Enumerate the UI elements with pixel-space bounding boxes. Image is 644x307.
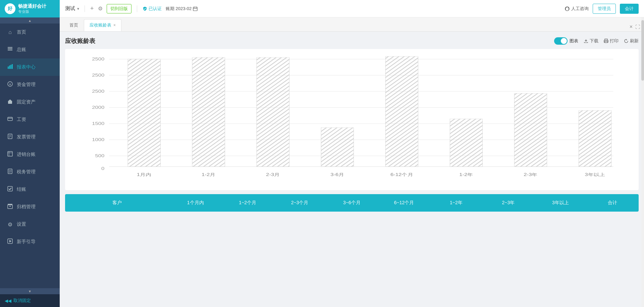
scroll-thumb[interactable] xyxy=(641,20,644,81)
chart-toggle-group: 图表 xyxy=(554,37,578,45)
sidebar-item-settings-label: 设置 xyxy=(17,221,26,227)
window-expand-btn[interactable]: ⛶ xyxy=(635,24,640,30)
sidebar-item-closing-label: 结账 xyxy=(17,186,26,192)
sidebar-item-tax[interactable]: 税务管理 xyxy=(0,163,60,181)
sidebar-item-invoices[interactable]: 发票管理 xyxy=(0,128,60,146)
fixed-assets-icon xyxy=(7,99,13,105)
calendar-icon[interactable] xyxy=(193,6,198,11)
chart-container: 2500 2500 2500 2000 1500 1000 500 0 xyxy=(65,49,639,190)
bar-1 xyxy=(128,59,160,167)
sidebar-item-ledger[interactable]: 总账 xyxy=(0,41,60,58)
sidebar-item-closing[interactable]: 结账 xyxy=(0,181,60,198)
table-container: 客户 1个月内 1~2个月 2~3个月 3~6个月 6~12个月 1~2年 2~… xyxy=(65,194,639,212)
svg-text:2000: 2000 xyxy=(92,105,104,109)
settings-icon: ⚙ xyxy=(7,221,13,228)
service-btn[interactable]: 人工咨询 xyxy=(565,6,589,12)
sidebar-item-invoices-label: 发票管理 xyxy=(17,134,36,140)
window-close-btn[interactable]: × xyxy=(630,24,633,30)
svg-text:3年以上: 3年以上 xyxy=(585,172,605,177)
svg-rect-37 xyxy=(605,39,607,40)
chart-area: 2500 2500 2500 2000 1500 1000 500 0 xyxy=(72,56,632,183)
svg-rect-24 xyxy=(8,186,12,191)
svg-rect-17 xyxy=(8,151,12,156)
svg-text:2500: 2500 xyxy=(92,57,104,61)
sidebar-item-settings[interactable]: ⚙ 设置 xyxy=(0,216,60,233)
bar-3 xyxy=(257,57,289,167)
download-icon xyxy=(584,39,588,43)
col-2-3years: 2~3年 xyxy=(482,194,534,212)
accountant-role-btn[interactable]: 会计 xyxy=(620,4,639,14)
sidebar-item-sales-ledger-label: 进销台账 xyxy=(17,151,36,158)
sidebar-scroll-up[interactable]: ▲ xyxy=(0,17,60,24)
sidebar-item-archive[interactable]: 归档管理 xyxy=(0,198,60,216)
svg-rect-35 xyxy=(565,9,566,10)
tab-ar-aging[interactable]: 应收账龄表 × xyxy=(84,19,121,31)
page-actions: 图表 下载 打印 xyxy=(554,37,639,45)
manager-role-btn[interactable]: 管理员 xyxy=(593,4,616,14)
sidebar-item-archive-label: 归档管理 xyxy=(17,204,36,210)
tab-home-label: 首页 xyxy=(69,22,78,28)
svg-text:3-6月: 3-6月 xyxy=(330,172,344,177)
app-name: 畅捷通好会计 xyxy=(18,3,46,9)
sidebar-item-salary[interactable]: 工资 xyxy=(0,111,60,128)
header-actions: 人工咨询 管理员 会计 xyxy=(565,4,639,14)
print-btn[interactable]: 打印 xyxy=(604,38,619,44)
divider-2 xyxy=(137,5,137,12)
svg-rect-2 xyxy=(8,50,12,50)
sidebar-item-fixed-assets[interactable]: 固定资产 xyxy=(0,93,60,111)
tutorial-icon xyxy=(7,238,13,245)
svg-text:1000: 1000 xyxy=(92,137,104,142)
main-area: 测试 ▾ + ⚙ 切到旧版 已认证 账期 2023-02 xyxy=(60,0,644,307)
company-name[interactable]: 测试 ▾ xyxy=(65,5,79,12)
svg-rect-36 xyxy=(569,9,569,10)
sidebar-item-home[interactable]: ⌂ 首页 xyxy=(0,24,60,41)
tab-close-btn[interactable]: × xyxy=(113,23,116,28)
svg-rect-3 xyxy=(8,67,9,69)
col-1month: 1个月内 xyxy=(169,194,221,212)
svg-rect-25 xyxy=(8,205,12,209)
app-logo: 好 畅捷通好会计 专业版 xyxy=(0,0,60,17)
sidebar-scroll-down[interactable]: ▼ xyxy=(0,288,60,294)
switch-version-btn[interactable]: 切到旧版 xyxy=(107,4,131,13)
funds-icon: ¥ xyxy=(7,81,13,88)
sidebar-item-ledger-label: 总账 xyxy=(17,47,26,53)
sidebar-item-reports[interactable]: 报表中心 xyxy=(0,58,60,76)
col-1-2months: 1~2个月 xyxy=(221,194,273,212)
sidebar-item-salary-label: 工资 xyxy=(17,117,26,123)
svg-text:2500: 2500 xyxy=(92,73,104,77)
refresh-btn[interactable]: 刷新 xyxy=(624,38,639,44)
logo-text-block: 畅捷通好会计 专业版 xyxy=(18,3,46,14)
svg-text:2500: 2500 xyxy=(92,89,104,93)
download-btn[interactable]: 下载 xyxy=(584,38,598,44)
tab-ar-aging-label: 应收账龄表 xyxy=(90,22,111,28)
svg-rect-1 xyxy=(8,48,12,49)
bar-6 xyxy=(450,119,482,167)
col-customer: 客户 xyxy=(65,194,169,212)
svg-text:0: 0 xyxy=(101,166,104,171)
top-header: 测试 ▾ + ⚙ 切到旧版 已认证 账期 2023-02 xyxy=(60,0,644,17)
certified-badge: 已认证 xyxy=(143,6,162,12)
add-btn[interactable]: + xyxy=(90,5,94,12)
divider-1 xyxy=(85,5,85,12)
sidebar-item-tutorial[interactable]: 新手引导 xyxy=(0,233,60,251)
period-display: 账期 2023-02 xyxy=(166,6,198,12)
col-3-6months: 3~6个月 xyxy=(326,194,378,212)
svg-text:¥: ¥ xyxy=(9,83,11,86)
page-title: 应收账龄表 xyxy=(65,37,95,45)
cancel-fixed-btn[interactable]: ◀◀ 取消固定 xyxy=(0,294,60,307)
bar-5 xyxy=(385,56,418,167)
tab-home[interactable]: 首页 xyxy=(64,19,84,31)
svg-text:1-2年: 1-2年 xyxy=(459,172,473,177)
col-3plus-years: 3年以上 xyxy=(534,194,586,212)
archive-icon xyxy=(7,204,13,210)
sidebar-item-fixed-assets-label: 固定资产 xyxy=(17,99,36,105)
sidebar-item-tax-label: 税务管理 xyxy=(17,169,36,175)
sidebar-item-sales-ledger[interactable]: 进销台账 xyxy=(0,146,60,163)
company-dropdown-icon[interactable]: ▾ xyxy=(77,6,79,11)
sidebar: 好 畅捷通好会计 专业版 ▲ ⌂ 首页 总账 报表中心 ¥ 资金管理 xyxy=(0,0,60,307)
chart-toggle[interactable] xyxy=(554,37,568,45)
sidebar-item-funds[interactable]: ¥ 资金管理 xyxy=(0,76,60,93)
svg-point-34 xyxy=(565,7,569,11)
svg-rect-9 xyxy=(8,101,12,104)
settings-btn[interactable]: ⚙ xyxy=(98,5,103,12)
